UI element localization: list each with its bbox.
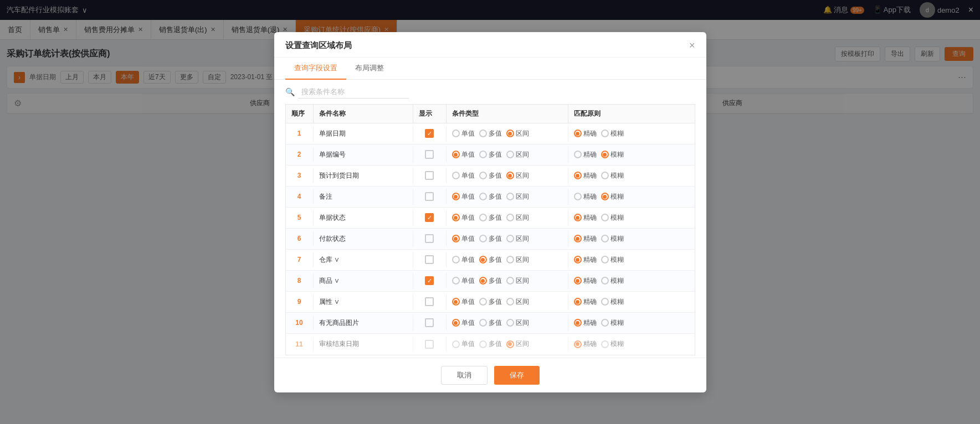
rule-fuzzy[interactable]: 模糊 <box>601 339 624 349</box>
display-checkbox[interactable]: ✓ <box>425 213 434 222</box>
display-checkbox[interactable]: ✓ <box>425 129 434 138</box>
display-checkbox[interactable] <box>425 150 434 159</box>
type-single[interactable]: 单值 <box>452 318 475 328</box>
type-range[interactable]: 区间 <box>506 318 529 328</box>
type-single[interactable]: 单值 <box>452 150 475 159</box>
row-display[interactable]: ✓ <box>413 273 447 288</box>
type-radio-group: 单值 多值 区间 <box>452 255 562 265</box>
type-single[interactable]: 单值 <box>452 297 475 307</box>
type-range[interactable]: 区间 <box>506 129 529 138</box>
row-display[interactable]: ✓ <box>413 126 447 141</box>
type-radio-group: 单值 多值 区间 <box>452 150 562 159</box>
modal-close-button[interactable]: × <box>689 40 695 51</box>
rule-exact[interactable]: 精确 <box>574 297 597 307</box>
rule-fuzzy[interactable]: 模糊 <box>601 171 624 180</box>
th-type: 条件类型 <box>447 105 568 123</box>
rule-fuzzy[interactable]: 模糊 <box>601 129 624 138</box>
display-checkbox[interactable] <box>425 255 434 264</box>
type-multi[interactable]: 多值 <box>479 171 502 180</box>
row-display[interactable] <box>413 315 447 330</box>
rule-fuzzy[interactable]: 模糊 <box>601 150 624 159</box>
row-name: 有无商品图片 <box>314 315 413 331</box>
tab-query-fields[interactable]: 查询字段设置 <box>285 58 346 80</box>
rule-fuzzy[interactable]: 模糊 <box>601 318 624 328</box>
rule-fuzzy[interactable]: 模糊 <box>601 234 624 244</box>
rule-fuzzy[interactable]: 模糊 <box>601 297 624 307</box>
type-multi[interactable]: 多值 <box>479 297 502 307</box>
type-range[interactable]: 区间 <box>506 150 529 159</box>
type-multi[interactable]: 多值 <box>479 234 502 244</box>
rule-fuzzy[interactable]: 模糊 <box>601 192 624 201</box>
display-checkbox[interactable] <box>425 234 434 243</box>
type-single[interactable]: 单值 <box>452 339 475 349</box>
type-multi[interactable]: 多值 <box>479 276 502 286</box>
rule-radio-group: 精确 模糊 <box>574 297 674 307</box>
type-range[interactable]: 区间 <box>506 171 529 180</box>
rule-exact[interactable]: 精确 <box>574 276 597 286</box>
type-multi[interactable]: 多值 <box>479 339 502 349</box>
row-display[interactable] <box>413 168 447 183</box>
rule-exact[interactable]: 精确 <box>574 234 597 244</box>
radio-fuzzy-circle <box>601 319 609 327</box>
display-checkbox[interactable] <box>425 297 434 306</box>
type-single[interactable]: 单值 <box>452 234 475 244</box>
rule-exact[interactable]: 精确 <box>574 318 597 328</box>
type-multi[interactable]: 多值 <box>479 150 502 159</box>
rule-exact[interactable]: 精确 <box>574 213 597 223</box>
display-checkbox[interactable] <box>425 318 434 327</box>
rule-exact[interactable]: 精确 <box>574 171 597 180</box>
type-multi[interactable]: 多值 <box>479 318 502 328</box>
th-rule: 匹配原则 <box>568 105 679 123</box>
row-display[interactable] <box>413 189 447 204</box>
type-single[interactable]: 单值 <box>452 213 475 223</box>
row-display[interactable] <box>413 147 447 162</box>
rule-exact[interactable]: 精确 <box>574 150 597 159</box>
rule-fuzzy[interactable]: 模糊 <box>601 213 624 223</box>
rule-exact[interactable]: 精确 <box>574 129 597 138</box>
type-multi[interactable]: 多值 <box>479 213 502 223</box>
rule-exact[interactable]: 精确 <box>574 339 597 349</box>
display-checkbox[interactable] <box>425 192 434 201</box>
type-range[interactable]: 区间 <box>506 276 529 286</box>
type-single[interactable]: 单值 <box>452 129 475 138</box>
rule-exact[interactable]: 精确 <box>574 255 597 265</box>
display-checkbox[interactable] <box>425 171 434 180</box>
display-checkbox[interactable]: ✓ <box>425 276 434 285</box>
row-type: 单值 多值 区间 <box>447 189 568 205</box>
rule-fuzzy[interactable]: 模糊 <box>601 276 624 286</box>
row-display[interactable] <box>413 337 447 352</box>
type-range[interactable]: 区间 <box>506 339 529 349</box>
row-order: 11 <box>286 337 314 351</box>
table-row: 3 预计到货日期 单值 多值 区间 精确 <box>286 166 695 187</box>
type-range[interactable]: 区间 <box>506 234 529 244</box>
row-order: 4 <box>286 189 314 204</box>
type-radio-group: 单值 多值 区间 <box>452 192 562 201</box>
display-checkbox[interactable] <box>425 340 434 349</box>
row-display[interactable] <box>413 252 447 267</box>
type-single[interactable]: 单值 <box>452 171 475 180</box>
type-range[interactable]: 区间 <box>506 255 529 265</box>
search-input[interactable] <box>298 85 409 99</box>
type-single[interactable]: 单值 <box>452 255 475 265</box>
row-display[interactable] <box>413 294 447 309</box>
row-rule: 精确 模糊 <box>568 294 679 310</box>
type-range[interactable]: 区间 <box>506 297 529 307</box>
cancel-button[interactable]: 取消 <box>441 366 488 385</box>
radio-exact-circle <box>574 298 582 306</box>
type-single[interactable]: 单值 <box>452 276 475 286</box>
type-range[interactable]: 区间 <box>506 213 529 223</box>
table-row: 5 单据状态 ✓ 单值 多值 区间 精确 <box>286 208 695 229</box>
tab-layout-adjust[interactable]: 布局调整 <box>346 58 393 80</box>
modal-header: 设置查询区域布局 × <box>274 32 706 58</box>
save-button[interactable]: 保存 <box>494 366 540 385</box>
row-display[interactable]: ✓ <box>413 210 447 225</box>
type-range[interactable]: 区间 <box>506 192 529 201</box>
th-order: 顺序 <box>286 105 314 123</box>
type-single[interactable]: 单值 <box>452 192 475 201</box>
rule-exact[interactable]: 精确 <box>574 192 597 201</box>
row-display[interactable] <box>413 231 447 246</box>
type-multi[interactable]: 多值 <box>479 255 502 265</box>
type-multi[interactable]: 多值 <box>479 129 502 138</box>
rule-fuzzy[interactable]: 模糊 <box>601 255 624 265</box>
type-multi[interactable]: 多值 <box>479 192 502 201</box>
